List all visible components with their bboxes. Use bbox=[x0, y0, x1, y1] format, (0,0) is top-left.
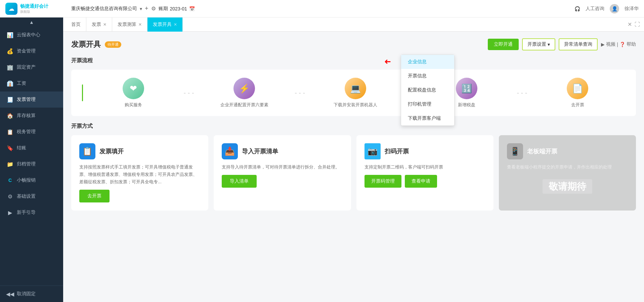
dropdown-item-printer[interactable]: 打印机管理 bbox=[401, 97, 454, 111]
tab-invoice[interactable]: 发票 ✕ bbox=[86, 17, 112, 32]
unpin-icon: ◀◀ bbox=[7, 291, 13, 297]
sidebar-item-invoice[interactable]: 🧾 发票管理 bbox=[0, 91, 63, 108]
tab-expand[interactable]: ⛶ bbox=[635, 22, 640, 28]
sidebar-item-label: 发票管理 bbox=[17, 97, 36, 103]
flow-step-5: 📄 去开票 bbox=[527, 78, 628, 108]
method-fill-desc: 支持按照发票样式手工填开发票；可开具增值税电子普通发票、增值税普通发票、增值税专… bbox=[79, 163, 200, 186]
sidebar-item-reports[interactable]: 📊 云报表中心 bbox=[0, 27, 63, 43]
sidebar-item-label: 固定资产 bbox=[17, 64, 36, 70]
flow-container: ❤ 购买服务 - - - ⚡ 企业开通配置开票六要素 - - - bbox=[71, 70, 636, 116]
sidebar-nav: 📊 云报表中心 💰 资金管理 🏢 固定资产 👔 工资 🧾 发票管理 bbox=[0, 27, 63, 286]
status-badge: 待开通 bbox=[105, 41, 121, 48]
method-fill-button[interactable]: 去开票 bbox=[79, 190, 110, 202]
tab-invoice-issue-close[interactable]: ✕ bbox=[174, 22, 177, 27]
sidebar-item-accounting[interactable]: 🔖 结账 bbox=[0, 140, 63, 156]
tab-close-all[interactable]: ✕ bbox=[628, 21, 632, 28]
tab-actions: ✕ ⛶ bbox=[628, 21, 644, 28]
video-label: 视频 bbox=[606, 41, 615, 47]
sidebar-item-finance[interactable]: 💰 资金管理 bbox=[0, 43, 63, 59]
tab-invoice-calc[interactable]: 发票测算 ✕ bbox=[112, 17, 147, 32]
sidebar-scroll-up[interactable]: ▲ bbox=[0, 17, 63, 27]
boss-overlay: 敬请期待 bbox=[507, 180, 628, 193]
support-label[interactable]: 人工咨询 bbox=[586, 6, 604, 12]
video-help-button[interactable]: ▶ 视频 | ❓ 帮助 bbox=[601, 41, 636, 47]
dropdown-item-download-client[interactable]: 下载开票客户端 bbox=[401, 111, 454, 125]
dropdown-item-invoice-info[interactable]: 开票信息 bbox=[401, 69, 454, 83]
tab-home-label: 首页 bbox=[71, 22, 81, 28]
user-avatar: 👤 bbox=[610, 4, 619, 13]
flow-label-4: 新增税盘 bbox=[458, 102, 475, 108]
sidebar-item-report[interactable]: C 小畅报销 bbox=[0, 172, 63, 188]
method-import-button[interactable]: 导入清单 bbox=[222, 175, 257, 188]
logo-sub: 旗舰版 bbox=[20, 9, 48, 14]
sidebar-item-archive[interactable]: 📁 归档管理 bbox=[0, 156, 63, 172]
abnormal-button[interactable]: 异常清单查询 bbox=[559, 38, 598, 50]
sidebar-item-guide[interactable]: ▶ 新手引导 bbox=[0, 204, 63, 221]
method-card-import: 📥 导入开票清单 支持导入待开票清单，可对待开票清单进行拆分、合并处理。 导入清… bbox=[214, 135, 351, 211]
dropdown-item-company-info[interactable]: 企业信息 bbox=[401, 55, 454, 69]
help-label: 帮助 bbox=[627, 41, 636, 47]
top-company-area: 重庆畅捷交通信息咨询有限公司 ▾ + ⚙ 账期 2023-01 📅 bbox=[69, 5, 574, 12]
assets-icon: 🏢 bbox=[7, 64, 13, 71]
page-content: 发票开具 待开通 立即开通 开票设置 ▾ 企业信息 bbox=[63, 32, 644, 302]
settings-button[interactable]: 开票设置 ▾ bbox=[522, 38, 555, 50]
method-boss-name: 老板端开票 bbox=[527, 147, 557, 155]
help-icon: ❓ bbox=[619, 42, 625, 47]
dropdown-download-label: 下载开票客户端 bbox=[408, 115, 441, 121]
logo-area: ☁ 畅捷通好会计 旗舰版 bbox=[5, 3, 69, 15]
sidebar-item-settings[interactable]: ⚙ 基础设置 bbox=[0, 188, 63, 204]
support-icon: 🎧 bbox=[574, 6, 580, 11]
settings-dropdown-menu: 企业信息 开票信息 配置税盘信息 打印机管理 bbox=[401, 54, 455, 126]
logo-icon: ☁ bbox=[5, 3, 17, 15]
method-scan-button2[interactable]: 查看申请 bbox=[405, 175, 437, 188]
method-fill-header: 📋 发票填开 bbox=[79, 143, 200, 159]
sidebar-item-assets[interactable]: 🏢 固定资产 bbox=[0, 59, 63, 75]
play-icon: ▶ bbox=[601, 42, 605, 47]
flow-label-3: 下载并安装开票机器人 bbox=[334, 102, 377, 108]
flow-label-5: 去开票 bbox=[571, 102, 584, 108]
tab-home[interactable]: 首页 bbox=[66, 17, 86, 32]
method-import-header: 📥 导入开票清单 bbox=[222, 143, 343, 159]
method-fill-name: 发票填开 bbox=[99, 147, 124, 155]
company-name: 重庆畅捷交通信息咨询有限公司 bbox=[71, 6, 137, 12]
sidebar: ▲ 📊 云报表中心 💰 资金管理 🏢 固定资产 👔 工资 bbox=[0, 17, 63, 302]
settings-icon: ⚙ bbox=[7, 193, 13, 200]
dropdown-invoice-info-label: 开票信息 bbox=[408, 73, 427, 78]
flow-icon-2: ⚡ bbox=[233, 78, 255, 99]
method-boss-icon: 📱 bbox=[507, 143, 523, 159]
flow-step1-divider bbox=[79, 84, 83, 101]
add-tab-button[interactable]: + bbox=[145, 5, 148, 12]
method-boss-header: 📱 老板端开票 bbox=[507, 143, 628, 159]
flow-step-3: 💻 下载并安装开票机器人 bbox=[305, 78, 406, 108]
methods-section: 开票方式 📋 发票填开 支持按照发票样式手工填开发票；可开具增值税电子普通发票、… bbox=[71, 123, 636, 211]
tab-invoice-close[interactable]: ✕ bbox=[103, 22, 106, 27]
sidebar-item-label: 税务管理 bbox=[17, 129, 36, 135]
sidebar-item-tax[interactable]: 📋 税务管理 bbox=[0, 124, 63, 140]
activate-button[interactable]: 立即开通 bbox=[488, 39, 519, 50]
page-title: 发票开具 bbox=[71, 39, 101, 49]
tab-invoice-issue[interactable]: 发票开具 ✕ bbox=[147, 17, 183, 32]
global-settings-icon[interactable]: ⚙ bbox=[151, 5, 156, 12]
invoice-icon: 🧾 bbox=[7, 96, 13, 103]
settings-dropdown-icon: ▾ bbox=[548, 42, 550, 47]
separator: | bbox=[617, 42, 618, 47]
tax-icon: 📋 bbox=[7, 128, 13, 135]
tab-bar: 首页 发票 ✕ 发票测算 ✕ 发票开具 ✕ ✕ ⛶ bbox=[63, 17, 644, 32]
method-scan-icon: 📷 bbox=[364, 143, 381, 159]
method-scan-name: 扫码开票 bbox=[385, 147, 409, 155]
method-scan-button1[interactable]: 开票码管理 bbox=[364, 175, 401, 188]
sidebar-unpin-button[interactable]: ◀◀ 取消固定 bbox=[0, 286, 63, 302]
company-dropdown-icon[interactable]: ▾ bbox=[140, 6, 142, 11]
sidebar-bottom: ◀◀ 取消固定 bbox=[0, 286, 63, 302]
sidebar-item-inventory[interactable]: 🏠 库存核算 bbox=[0, 108, 63, 124]
inventory-icon: 🏠 bbox=[7, 112, 13, 119]
dropdown-item-tax-config[interactable]: 配置税盘信息 bbox=[401, 83, 454, 97]
calendar-icon[interactable]: 📅 bbox=[189, 6, 195, 11]
sidebar-item-label: 资金管理 bbox=[17, 48, 36, 54]
user-label[interactable]: 徐泽华 bbox=[625, 6, 639, 12]
method-import-icon: 📥 bbox=[222, 143, 238, 159]
accounting-icon: 🔖 bbox=[7, 145, 13, 151]
sidebar-item-label: 归档管理 bbox=[17, 161, 36, 167]
sidebar-item-payroll[interactable]: 👔 工资 bbox=[0, 75, 63, 91]
tab-invoice-calc-close[interactable]: ✕ bbox=[138, 22, 142, 27]
